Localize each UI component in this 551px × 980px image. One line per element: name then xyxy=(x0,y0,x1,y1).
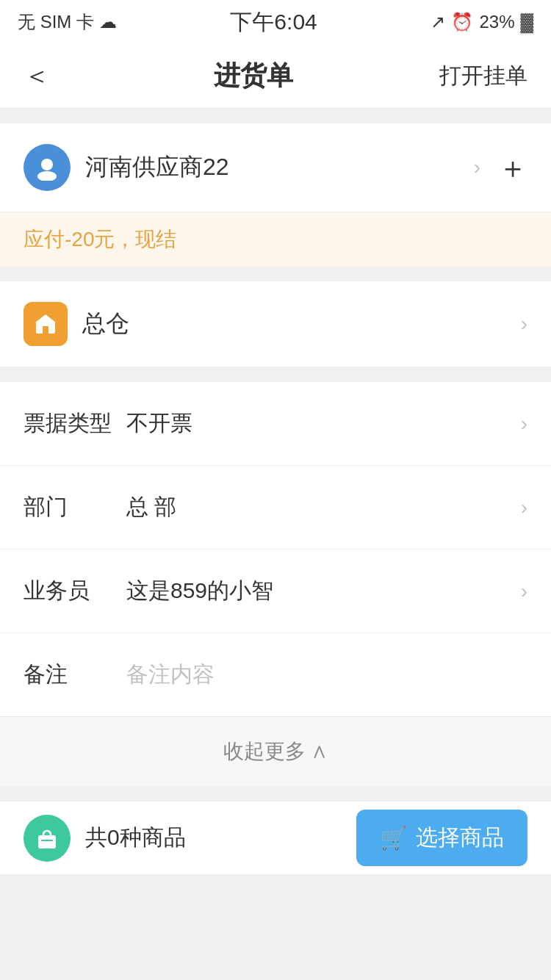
warehouse-name: 总仓 xyxy=(82,308,521,340)
select-label: 选择商品 xyxy=(416,823,504,853)
supplier-avatar xyxy=(24,144,71,191)
supplier-row[interactable]: 河南供应商22 › ＋ xyxy=(0,123,551,212)
svg-rect-5 xyxy=(38,835,56,849)
warehouse-icon-wrap xyxy=(24,302,68,346)
supplier-chevron-icon: › xyxy=(474,156,480,179)
collapse-button[interactable]: 收起更多 ∧ xyxy=(0,716,551,786)
open-pending-button[interactable]: 打开挂单 xyxy=(439,61,527,91)
department-value: 总 部 xyxy=(126,492,521,522)
svg-point-1 xyxy=(37,171,57,181)
top-divider xyxy=(0,109,551,123)
department-row[interactable]: 部门 总 部 › xyxy=(0,465,551,549)
warehouse-building-icon xyxy=(33,311,58,336)
product-bag-icon xyxy=(34,825,60,851)
notice-banner: 应付-20元，现结 xyxy=(0,212,551,267)
warehouse-section: 总仓 › xyxy=(0,281,551,367)
warehouse-row[interactable]: 总仓 › xyxy=(0,281,551,367)
supplier-section: 河南供应商22 › ＋ 应付-20元，现结 xyxy=(0,123,551,267)
warehouse-chevron-icon: › xyxy=(521,312,527,336)
status-bar: 无 SIM 卡 ☁ 下午6:04 ↗ ⏰ 23% ▓ xyxy=(0,0,551,44)
salesperson-value: 这是859的小智 xyxy=(126,576,521,606)
status-right: ↗ ⏰ 23% ▓ xyxy=(431,12,533,32)
location-icon: ↗ xyxy=(431,12,445,32)
add-supplier-button[interactable]: ＋ xyxy=(498,148,527,188)
alarm-icon: ⏰ xyxy=(451,12,473,32)
invoice-type-label: 票据类型 xyxy=(24,408,126,439)
invoice-type-row[interactable]: 票据类型 不开票 › xyxy=(0,381,551,465)
status-time: 下午6:04 xyxy=(230,7,317,37)
nav-bar: ＜ 进货单 打开挂单 xyxy=(0,44,551,109)
invoice-type-chevron: › xyxy=(521,412,527,436)
select-product-button[interactable]: 🛒 选择商品 xyxy=(356,810,527,866)
bottom-bar: 共0种商品 🛒 选择商品 xyxy=(0,801,551,874)
form-section: 票据类型 不开票 › 部门 总 部 › 业务员 这是859的小智 › 备注 备注… xyxy=(0,381,551,786)
svg-marker-3 xyxy=(35,314,56,323)
mid-divider1 xyxy=(0,267,551,281)
cart-icon: 🛒 xyxy=(380,825,407,851)
status-left: 无 SIM 卡 ☁ xyxy=(18,10,117,34)
notice-text: 应付-20元，现结 xyxy=(24,228,176,251)
supplier-name: 河南供应商22 xyxy=(85,151,474,184)
battery-text: 23% xyxy=(479,12,514,32)
mid-divider2 xyxy=(0,367,551,381)
sim-text: 无 SIM 卡 ☁ xyxy=(18,10,117,34)
page-background xyxy=(0,874,551,980)
invoice-type-value: 不开票 xyxy=(126,408,521,439)
remark-row[interactable]: 备注 备注内容 xyxy=(0,633,551,716)
salesperson-chevron: › xyxy=(521,580,527,603)
back-icon: ＜ xyxy=(24,60,50,90)
collapse-label: 收起更多 ∧ xyxy=(223,738,328,765)
remark-input[interactable]: 备注内容 xyxy=(126,660,527,690)
svg-rect-4 xyxy=(43,326,48,334)
battery-icon: ▓ xyxy=(520,12,533,32)
department-label: 部门 xyxy=(24,492,126,522)
department-chevron: › xyxy=(521,496,527,519)
remark-label: 备注 xyxy=(24,660,126,690)
person-icon xyxy=(34,154,60,181)
product-count-text: 共0种商品 xyxy=(85,823,356,853)
back-button[interactable]: ＜ xyxy=(24,58,68,94)
product-icon-wrap xyxy=(24,815,71,862)
svg-point-0 xyxy=(41,159,53,170)
bottom-divider xyxy=(0,786,551,801)
svg-rect-6 xyxy=(41,840,53,841)
page-title: 进货单 xyxy=(214,58,293,94)
salesperson-row[interactable]: 业务员 这是859的小智 › xyxy=(0,549,551,633)
salesperson-label: 业务员 xyxy=(24,576,126,606)
